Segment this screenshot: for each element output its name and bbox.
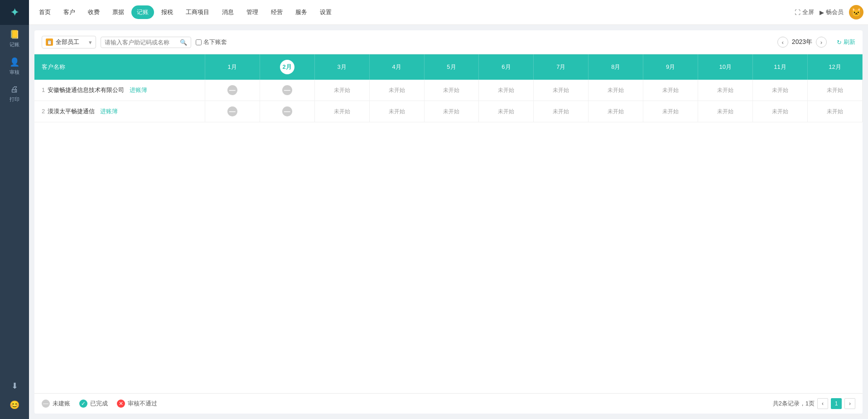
col-header-oct: 10月 [698, 54, 753, 80]
not-started-text: 未开始 [772, 87, 788, 93]
month-cell-11: 未开始 [753, 80, 808, 101]
avatar[interactable]: 🐱 [849, 5, 863, 19]
nav-operation[interactable]: 经营 [265, 5, 288, 19]
month-cell-5: 未开始 [424, 80, 479, 101]
status-dash: — [227, 85, 237, 95]
prev-year-button[interactable]: ‹ [777, 37, 788, 48]
employee-filter[interactable]: 📋 全部员工 ▾ [42, 36, 96, 48]
nav-client[interactable]: 客户 [58, 5, 81, 19]
col-header-mar: 3月 [314, 54, 369, 80]
not-started-text: 未开始 [827, 87, 843, 93]
month-cell-1: — [205, 101, 260, 122]
not-started-text: 未开始 [662, 87, 679, 93]
print-icon: 🖨 [10, 85, 19, 94]
checkbox-text: 名下账套 [203, 38, 227, 46]
search-box: 🔍 [101, 37, 191, 48]
month-cell-7: 未开始 [534, 80, 588, 101]
nav-business[interactable]: 工商项目 [180, 5, 215, 19]
not-started-text: 未开始 [389, 87, 405, 93]
table-header-row: 客户名称 1月 2月 3月 4月 5月 6月 7月 8月 9月 10月 11月 [34, 54, 863, 80]
month-cell-12: 未开始 [808, 80, 863, 101]
month-cell-10: 未开始 [698, 80, 753, 101]
next-year-button[interactable]: › [816, 37, 827, 48]
footer: — 未建账 ✓ 已完成 ✕ 审核不通过 共2条记录，1页 ‹ 1 › [34, 393, 863, 414]
col-header-nov: 11月 [753, 54, 808, 80]
nav-message[interactable]: 消息 [217, 5, 239, 19]
under-account-checkbox[interactable] [196, 39, 202, 45]
not-started-text: 未开始 [827, 108, 843, 115]
toolbar: 📋 全部员工 ▾ 🔍 名下账套 ‹ 2023年 › [34, 30, 863, 54]
month-cell-9: 未开始 [643, 80, 698, 101]
rejected-icon: ✕ [117, 400, 125, 408]
logo: ✦ [0, 0, 29, 25]
sidebar-item-download[interactable]: ⬇ [0, 376, 29, 395]
client-name: 漠漠太平畅捷通信 [48, 108, 95, 115]
sidebar-item-print[interactable]: 🖨 打印 [0, 80, 29, 107]
col-header-client: 客户名称 [34, 54, 205, 80]
not-started-text: 未开始 [498, 108, 514, 115]
fullscreen-button[interactable]: ⛶ 全屏 [795, 8, 814, 16]
table-row: 2漠漠太平畅捷通信 进账簿——未开始未开始未开始未开始未开始未开始未开始未开始未… [34, 101, 863, 122]
status-dash: — [282, 106, 292, 116]
legend-completed: ✓ 已完成 [79, 400, 108, 408]
month-cell-4: 未开始 [369, 101, 424, 122]
status-dash: — [227, 106, 237, 116]
not-started-text: 未开始 [334, 87, 350, 93]
vip-button[interactable]: ▶ 畅会员 [820, 8, 844, 16]
col-header-jan: 1月 [205, 54, 260, 80]
page-1-button[interactable]: 1 [831, 398, 842, 409]
client-cell: 2漠漠太平畅捷通信 进账簿 [34, 101, 205, 122]
topnav-right: ⛶ 全屏 ▶ 畅会员 🐱 [795, 5, 863, 19]
sidebar-item-support[interactable]: 😊 [0, 395, 29, 414]
nav-invoice[interactable]: 票据 [107, 5, 130, 19]
search-icon[interactable]: 🔍 [180, 39, 187, 46]
month-cell-12: 未开始 [808, 101, 863, 122]
not-started-text: 未开始 [717, 108, 733, 115]
fullscreen-label: 全屏 [802, 8, 814, 16]
row-index: 1 [42, 87, 45, 93]
nav-tax[interactable]: 报税 [156, 5, 178, 19]
not-started-text: 未开始 [553, 87, 569, 93]
client-name: 安徽畅捷通信息技术有限公司 [48, 87, 124, 93]
table-row: 1安徽畅捷通信息技术有限公司 进账簿——未开始未开始未开始未开始未开始未开始未开… [34, 80, 863, 101]
table-container: 客户名称 1月 2月 3月 4月 5月 6月 7月 8月 9月 10月 11月 [34, 54, 863, 393]
bookkeeping-icon: 📒 [10, 29, 19, 39]
search-input[interactable] [105, 39, 177, 46]
sidebar: ✦ 📒 记账 👤 审核 🖨 打印 ⬇ 😊 [0, 0, 29, 419]
rejected-label: 审核不通过 [128, 400, 157, 408]
row-index: 2 [42, 108, 45, 115]
sidebar-item-audit[interactable]: 👤 审核 [0, 53, 29, 80]
month-cell-6: 未开始 [479, 101, 534, 122]
nav-billing[interactable]: 收费 [82, 5, 105, 19]
next-page-button[interactable]: › [844, 398, 855, 409]
col-header-dec: 12月 [808, 54, 863, 80]
sidebar-item-bookkeeping[interactable]: 📒 记账 [0, 25, 29, 53]
employee-filter-label: 全部员工 [56, 38, 79, 46]
nav-service[interactable]: 服务 [290, 5, 313, 19]
col-header-apr: 4月 [369, 54, 424, 80]
download-icon: ⬇ [11, 381, 18, 391]
month-cell-3: 未开始 [314, 101, 369, 122]
status-dash: — [282, 85, 292, 95]
not-started-text: 未开始 [608, 87, 624, 93]
refresh-label: 刷新 [844, 38, 855, 46]
nav-management[interactable]: 管理 [241, 5, 264, 19]
enter-ledger-link[interactable]: 进账簿 [130, 87, 147, 93]
audit-icon: 👤 [10, 57, 19, 67]
nav-settings[interactable]: 设置 [314, 5, 337, 19]
sidebar-bookkeeping-label: 记账 [10, 41, 19, 48]
col-header-may: 5月 [424, 54, 479, 80]
month-cell-10: 未开始 [698, 101, 753, 122]
refresh-button[interactable]: ↻ 刷新 [837, 38, 855, 46]
employee-filter-badge: 📋 [46, 39, 53, 46]
legend-not-built: — 未建账 [42, 400, 70, 408]
enter-ledger-link[interactable]: 进账簿 [100, 108, 118, 115]
checkbox-label[interactable]: 名下账套 [196, 38, 227, 46]
month-cell-1: — [205, 80, 260, 101]
month-cell-2: — [260, 80, 314, 101]
completed-icon: ✓ [79, 400, 87, 408]
prev-page-button[interactable]: ‹ [817, 398, 828, 409]
nav-bookkeeping[interactable]: 记账 [131, 5, 154, 19]
nav-home[interactable]: 首页 [34, 5, 56, 19]
col-header-feb: 2月 [260, 54, 314, 80]
